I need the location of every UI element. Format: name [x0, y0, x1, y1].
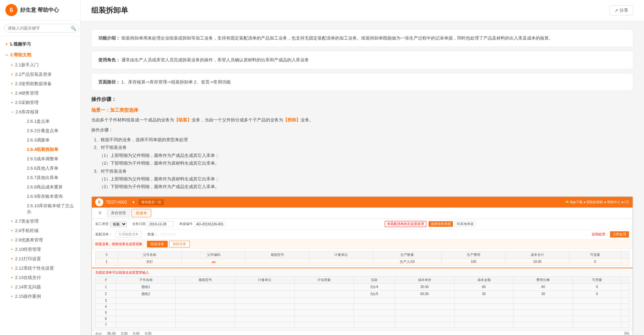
sidebar-item-stock-count[interactable]: 2.6.1盘点单 — [27, 117, 80, 126]
path-text: 1、库存核算->库存管理->组装拆卸单 2、首页->常用功能 — [121, 79, 231, 85]
sidebar-item-install[interactable]: + 2.2产品安装及登录 — [11, 70, 80, 79]
sidebar-item-label: 1.视频学习 — [10, 41, 31, 47]
erp-form-row: 加工类型 组装 拆卸 业务日期 2019-12-28 — [92, 219, 633, 230]
sidebar-item-assembly[interactable]: 2.6.4组装拆卸单 — [27, 145, 80, 154]
expand-icon: + — [5, 42, 8, 47]
erp-annotation1: 有装配清单的在这里处理 — [385, 221, 426, 227]
intro-label: 功能介绍： — [98, 36, 120, 41]
table-row: 3 — [96, 297, 629, 303]
erp-topbar-tools: 🔔 App下载 ● 招投标授权 ● 帮助中心 ● CC — [565, 200, 629, 205]
sidebar-item-other-in[interactable]: 2.6.6其他入库单 — [27, 164, 80, 173]
erp-annotation-area: 有装配清单的在这里处理 选择有料单据 转其他单据 — [231, 221, 629, 227]
sidebar-item-cost-recalc[interactable]: 2.6.8商品成本重算 — [27, 182, 80, 192]
search-icon[interactable]: 🔍 — [71, 26, 76, 31]
erp-code-label: 单据编号 — [179, 222, 193, 226]
erp-date-field: 业务日期 2019-12-28 — [132, 221, 174, 227]
erp-toggle-assemble[interactable]: 组装业务 — [147, 241, 168, 247]
sidebar-item-finance[interactable]: + 2.7资金管理 — [11, 217, 80, 226]
sidebar-item-coupons[interactable]: + 2.9优惠券管理 — [11, 235, 80, 245]
step3-sub2: （2）下部明细为子件明细，最终作为产成品生成其它入库单。 — [99, 183, 633, 190]
erp-screenshot: 6 TEST-H002 ▾ 保存提交一次 🔔 App下载 ● 招投标授权 ● 帮… — [91, 196, 633, 335]
erp-date-val[interactable]: 2019-12-28 — [147, 221, 174, 227]
table-row: 4 — [96, 303, 629, 310]
table-row: 1 关灯 生产入/10 100 10.00 — [96, 258, 629, 265]
sidebar-item-faq[interactable]: + 2.14常见问题 — [11, 282, 80, 292]
sidebar-item-print[interactable]: + 2.11打印设置 — [11, 254, 80, 264]
erp-date-label: 业务日期 — [132, 222, 146, 226]
sidebar-item-label: 2.帮助文档 — [10, 52, 31, 58]
erp-topbar: 6 TEST-H002 ▾ 保存提交一次 🔔 App下载 ● 招投标授权 ● 帮… — [92, 197, 633, 208]
erp-tabs: ≡ 库存管理 新建单 — [92, 208, 633, 219]
sidebar-item-docs[interactable]: − 2.帮助文档 — [0, 50, 80, 60]
sidebar-item-video[interactable]: + 1.视频学习 — [0, 39, 80, 50]
erp-annotation2-btn[interactable]: 选择有料单据 — [428, 221, 453, 227]
sidebar-item-cost-adjust[interactable]: 2.6.5成本调整单 — [27, 154, 80, 164]
erp-col-ops — [621, 251, 629, 258]
erp-biztype-label: 加工类型 — [95, 222, 109, 226]
ops-section: 操作步骤： 场景一：加工类型选择 当由多个子件材料组装成一个成品的业务为【组装】… — [91, 96, 633, 335]
logo-text: 好生意 帮助中心 — [20, 7, 59, 14]
sidebar-item-ledger[interactable]: 2.6.9库存账本查询 — [27, 192, 80, 201]
step2-sub2: （2）下部明细为子件明细，最终作为原材料生成其它出库单。 — [99, 159, 633, 167]
erp-code-val[interactable]: AD-20191226-001 — [194, 221, 226, 227]
sidebar-item-purchase[interactable]: + 2.5采购管理 — [11, 98, 80, 107]
sidebar-item-partial-count[interactable]: 2.6.2分量盘点单 — [27, 126, 80, 135]
table-row: 5 — [96, 310, 629, 316]
erp-extra-btn[interactable]: 转其他单据 — [454, 221, 476, 227]
docs-sub: + 2.1新手入门 + 2.2产品安装及登录 + 2.3使用前数据准备 + 2.… — [0, 60, 80, 301]
sidebar-item-data-prep[interactable]: + 2.3使用前数据准备 — [11, 79, 80, 89]
sidebar-item-sales[interactable]: + 2.4销售管理 — [11, 89, 80, 98]
erp-sidebar-toggle[interactable]: ≡ — [95, 210, 105, 216]
role-block: 使用角色： 通常由生产人员或库管人员完成拆装业务的操作，库管人员确认原材料的出库… — [91, 51, 633, 69]
erp-toggle-group: 组装业务 拆卸业务 — [147, 241, 190, 247]
erp-qty-input[interactable] — [161, 233, 175, 235]
intro-text: 组装拆卸单用来处理企业组装或拆卸等加工业务，支持有固定装配清单的产品加工业务，也… — [121, 36, 553, 41]
search-box: 🔍 — [0, 20, 80, 36]
erp-qty-label: 数量： — [148, 232, 158, 237]
erp-parent-code-input[interactable] — [212, 262, 215, 263]
table-row: 2图纸23台/560.0030300 — [96, 290, 629, 297]
sidebar-item-newbie[interactable]: + 2.1新手入门 — [11, 60, 80, 70]
ops-steps-title: 操作步骤： — [91, 126, 633, 134]
scene1-title: 场景一：加工类型选择 — [91, 107, 633, 113]
collapse-icon-inventory: − — [11, 109, 13, 115]
erp-col-avail-qty: 可选量 — [569, 251, 621, 258]
sidebar-item-ledger-error[interactable]: 2.6.10库存账本错了怎么办 — [27, 201, 80, 217]
erp-topbar-sep: ▾ — [132, 200, 135, 205]
sidebar-item-ops[interactable]: + 2.10经营管理 — [11, 245, 80, 254]
erp-bom-input[interactable]: 引用装配清单 — [115, 231, 142, 238]
sidebar-item-transfer[interactable]: 2.6.3调拨单 — [27, 135, 80, 145]
sidebar-item-settings[interactable]: + 2.12系统个性化设置 — [11, 264, 80, 273]
erp-child-table: # 子件名称 规格型号 计量单位 计划用量 实际 成本单价 成本金额 费用分摊 — [95, 276, 629, 328]
sidebar-item-cases[interactable]: + 2.15操作案例 — [11, 292, 80, 301]
role-label: 使用角色： — [98, 57, 120, 62]
search-input[interactable] — [4, 24, 79, 33]
sidebar-item-mobile[interactable]: + 2.8手机旺铺 — [11, 226, 80, 235]
erp-col-spec: 规格型号 — [246, 251, 309, 258]
nav-list: + 1.视频学习 − 2.帮助文档 + 2.1新手入门 + 2.2产品安装及登录… — [0, 36, 80, 335]
erp-toggle-disassemble[interactable]: 拆卸业务 — [169, 241, 190, 247]
sidebar-item-inventory[interactable]: − 2.6库存核算 — [11, 107, 80, 117]
erp-logo: 6 — [95, 198, 103, 206]
erp-save-btn[interactable]: 保存提交一次 — [139, 199, 164, 205]
sidebar-item-other-out[interactable]: 2.6.7其他出库单 — [27, 173, 80, 182]
erp-code-field: 单据编号 AD-20191226-001 — [179, 221, 226, 227]
sidebar-item-payment[interactable]: + 2.13在线支付 — [11, 273, 80, 282]
erp-annotation3: 组装业务、拆卸业务在这里切换 — [95, 242, 142, 246]
erp-child-table-wrap: 无固定清单可以组装在这里置里输入 # 子件名称 规格型号 计量单位 计划用量 实… — [92, 268, 633, 330]
erp-tab-new[interactable]: 新建单 — [131, 209, 151, 217]
collapse-icon: − — [5, 52, 8, 58]
sidebar: 6 好生意 帮助中心 🔍 + 1.视频学习 − 2.帮助文档 + 2.1新手入门… — [0, 0, 80, 335]
erp-col-parent-name: 父件名称 — [118, 251, 181, 258]
scene1-desc: 当由多个子件材料组装成一个成品的业务为【组装】业务，当由一个父件拆分成多个子产品… — [91, 116, 633, 124]
erp-type-toggle-row: 组装业务、拆卸业务在这里切换 组装业务 拆卸业务 — [92, 239, 633, 249]
erp-col-total-cost: 成本合计 — [505, 251, 569, 258]
erp-bom-label: 装配清单： — [95, 232, 112, 237]
role-text: 通常由生产人员或库管人员完成拆装业务的操作，库管人员确认原材料的出库和产成品的入… — [121, 57, 309, 62]
erp-tab-inventory[interactable]: 库存管理 — [107, 209, 130, 217]
erp-enable-btn[interactable]: 立即处理 — [610, 231, 629, 238]
main-header: 组装拆卸单 ↗ 分享 — [80, 0, 644, 21]
erp-biztype-select[interactable]: 组装 拆卸 — [110, 221, 127, 227]
path-label: 页面路径： — [98, 79, 120, 85]
share-button[interactable]: ↗ 分享 — [609, 5, 633, 15]
